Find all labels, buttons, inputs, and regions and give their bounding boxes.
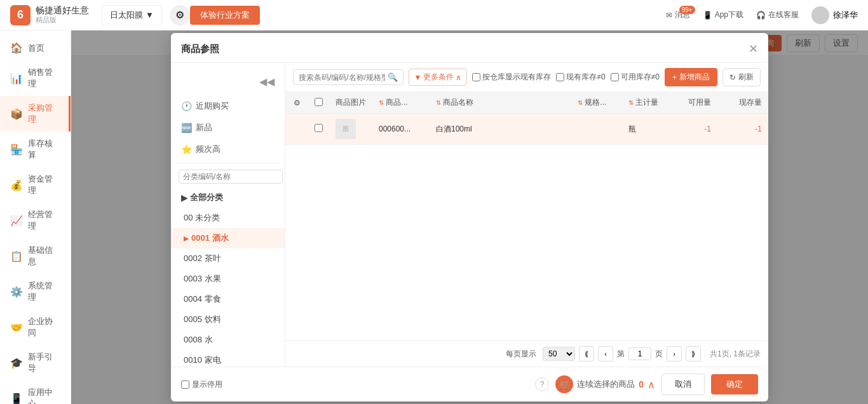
- sidebar-label-apps: 应用中心: [28, 387, 60, 404]
- col-name-header[interactable]: ⇅ 商品名称: [430, 92, 571, 114]
- first-page-button[interactable]: ⟪: [579, 346, 594, 361]
- clock-icon: 🕐: [181, 101, 192, 111]
- sidebar-label-enterprise: 企业协同: [28, 316, 60, 339]
- sidebar-item-enterprise[interactable]: 🤝 企业协同: [0, 309, 71, 345]
- triangle-icon: ▶: [181, 193, 187, 203]
- category-item-water[interactable]: 0008 水: [171, 330, 285, 350]
- category-item-snack[interactable]: 0004 零食: [171, 289, 285, 309]
- refresh-sm-button[interactable]: ↻ 刷新: [722, 68, 761, 86]
- col-avail-header: 可用量: [667, 92, 717, 114]
- online-service-nav[interactable]: 🎧 在线客服: [756, 10, 799, 20]
- product-search-input[interactable]: [299, 73, 385, 82]
- stock-nonzero-checkbox-label[interactable]: 现有库存≠0: [556, 72, 605, 83]
- category-item-tea[interactable]: 0002 茶叶: [171, 248, 285, 269]
- nav-selector[interactable]: 日太阳膜 ▼: [102, 5, 162, 25]
- modal-left-recent[interactable]: 🕐 近期购买: [171, 95, 285, 117]
- row-gear: [285, 114, 308, 145]
- modal-right-toolbar: 🔍 ▼ 更多条件 ∧ 按仓库显示现有库存: [285, 63, 768, 92]
- warehouse-checkbox[interactable]: [472, 73, 480, 81]
- sidebar-label-basic: 基础信息: [28, 245, 60, 267]
- sidebar-item-inventory[interactable]: 🏪 库存核算: [0, 131, 71, 167]
- next-page-button[interactable]: ›: [667, 346, 682, 361]
- collapse-filter-icon: ∧: [456, 73, 461, 82]
- refresh-sm-icon: ↻: [729, 73, 736, 82]
- sidebar: 🏠 首页 📊 销售管理 📦 采购管理 🏪 库存核算 💰 资金管理 📈 经营管理 …: [0, 30, 71, 404]
- modal-left-frequent[interactable]: ⭐ 频次高: [171, 138, 285, 160]
- sidebar-item-home[interactable]: 🏠 首页: [0, 36, 71, 60]
- gear-button[interactable]: ⚙: [170, 5, 190, 25]
- col-unit-header[interactable]: ⇅ 主计量: [622, 92, 667, 114]
- col-code-header[interactable]: ⇅ 商品...: [372, 92, 430, 114]
- avatar: [811, 6, 829, 24]
- logo-icon: 6: [10, 5, 31, 25]
- enterprise-icon: 🤝: [10, 321, 23, 333]
- sidebar-item-system[interactable]: ⚙️ 系统管理: [0, 274, 71, 309]
- available-nonzero-checkbox-label[interactable]: 可用库存≠0: [611, 72, 660, 83]
- row-code: 000600...: [372, 114, 430, 145]
- trial-btn[interactable]: 体验行业方案: [190, 6, 260, 25]
- recent-label: 近期购买: [196, 100, 229, 112]
- show-disabled-text: 显示停用: [192, 379, 222, 390]
- category-all-label: 全部分类: [190, 192, 223, 203]
- collapse-button[interactable]: ◀◀: [254, 71, 280, 93]
- user-avatar-area[interactable]: 徐泽华: [811, 6, 858, 24]
- headset-icon: 🎧: [756, 11, 766, 20]
- cancel-button[interactable]: 取消: [661, 374, 705, 395]
- sidebar-item-operations[interactable]: 📈 经营管理: [0, 203, 71, 238]
- row-select-checkbox[interactable]: [315, 124, 323, 132]
- current-page-input[interactable]: [628, 347, 651, 360]
- help-icon[interactable]: ?: [535, 377, 549, 391]
- category-search-input[interactable]: [179, 170, 283, 184]
- sidebar-item-guide[interactable]: 🎓 新手引导: [0, 345, 71, 380]
- sidebar-item-purchase[interactable]: 📦 采购管理: [0, 96, 71, 131]
- sidebar-item-finance[interactable]: 💰 资金管理: [0, 167, 71, 203]
- filter-label: 更多条件: [423, 72, 454, 83]
- add-product-button[interactable]: + 新增商品: [665, 68, 717, 86]
- logo-area: 6 畅捷通好生意 精品版: [10, 5, 89, 25]
- guide-icon: 🎓: [10, 357, 23, 369]
- confirm-button[interactable]: 确定: [711, 374, 758, 394]
- sidebar-item-sales[interactable]: 📊 销售管理: [0, 60, 71, 96]
- available-nonzero-checkbox[interactable]: [611, 73, 619, 81]
- search-icon: 🔍: [388, 72, 398, 82]
- sidebar-item-basic[interactable]: 📋 基础信息: [0, 238, 71, 274]
- product-image: 图: [336, 119, 356, 139]
- col-gear[interactable]: ⚙: [285, 92, 308, 114]
- filter-button[interactable]: ▼ 更多条件 ∧: [409, 69, 468, 86]
- product-search-box[interactable]: 🔍: [293, 69, 403, 85]
- row-available: -1: [667, 114, 717, 145]
- category-item-appliance[interactable]: 0010 家电: [171, 350, 285, 367]
- category-item-fruit[interactable]: 0003 水果: [171, 269, 285, 289]
- cart-collapse-icon[interactable]: ∧: [648, 379, 655, 391]
- sidebar-item-apps[interactable]: 📱 应用中心: [0, 380, 71, 404]
- last-page-button[interactable]: ⟫: [686, 346, 701, 361]
- show-disabled-checkbox[interactable]: [181, 380, 189, 389]
- per-page-select[interactable]: 10 20 50 100: [543, 347, 575, 361]
- category-label-unclassified: 00 未分类: [184, 212, 220, 224]
- star-icon: ⭐: [181, 144, 192, 154]
- system-icon: ⚙️: [10, 286, 23, 298]
- cart-label: 连续选择的商品: [577, 379, 635, 390]
- category-item-alcohol[interactable]: ▶ 0001 酒水: [171, 228, 285, 248]
- category-all[interactable]: ▶ 全部分类: [171, 187, 285, 208]
- messages-nav[interactable]: ✉ 消息 99+: [666, 10, 690, 20]
- show-disabled-label[interactable]: 显示停用: [181, 379, 222, 390]
- footer-cart: 🛒 连续选择的商品 0 ∧: [555, 375, 655, 393]
- modal-toolbar-right: + 新增商品 ↻ 刷新: [665, 68, 761, 86]
- category-item-beverage[interactable]: 0005 饮料: [171, 309, 285, 330]
- col-spec-header[interactable]: ⇅ 规格...: [571, 92, 622, 114]
- stock-nonzero-checkbox[interactable]: [556, 73, 564, 81]
- prev-page-button[interactable]: ‹: [598, 346, 613, 361]
- modal-close-button[interactable]: ✕: [749, 42, 758, 56]
- category-item-unclassified[interactable]: 00 未分类: [171, 208, 285, 228]
- warehouse-checkbox-label[interactable]: 按仓库显示现有库存: [472, 72, 551, 83]
- category-label-water: 0008 水: [184, 334, 213, 346]
- table-row[interactable]: 图 000600... 白酒100ml 瓶 -1 -1: [285, 114, 768, 145]
- modal-left-new[interactable]: 🆕 新品: [171, 117, 285, 138]
- app-download-nav[interactable]: 📱 App下载: [703, 10, 743, 20]
- sidebar-label-inventory: 库存核算: [28, 138, 60, 161]
- row-checkbox[interactable]: [308, 114, 329, 145]
- cart-icon: 🛒: [555, 375, 573, 393]
- select-all-checkbox[interactable]: [315, 98, 323, 106]
- edition: 精品版: [36, 15, 89, 25]
